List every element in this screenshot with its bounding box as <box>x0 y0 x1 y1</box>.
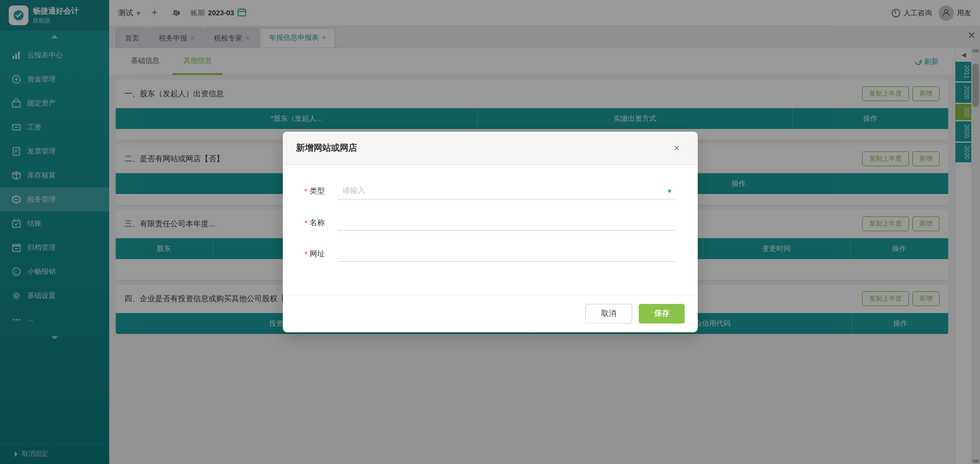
type-placeholder: 请输入 <box>342 186 365 196</box>
add-website-dialog: 新增网站或网店 × * 类型 请输入 ▾ * 名称 * 网址 <box>283 132 698 332</box>
form-row-type: * 类型 请输入 ▾ <box>305 183 676 199</box>
name-input[interactable] <box>338 215 676 231</box>
dialog-header: 新增网站或网店 × <box>283 132 698 165</box>
form-row-name: * 名称 <box>305 215 676 231</box>
save-button[interactable]: 保存 <box>639 304 685 324</box>
type-select[interactable]: 请输入 ▾ <box>338 183 676 199</box>
type-dropdown-icon: ▾ <box>668 187 672 195</box>
dialog-overlay[interactable]: 新增网站或网店 × * 类型 请输入 ▾ * 名称 * 网址 <box>0 0 980 464</box>
name-required-star: * <box>305 219 307 227</box>
type-label: 类型 <box>310 186 331 196</box>
url-input[interactable] <box>338 246 676 262</box>
dialog-footer: 取消 保存 <box>283 295 698 332</box>
name-label: 名称 <box>310 218 331 228</box>
url-required-star: * <box>305 250 307 259</box>
type-required-star: * <box>305 187 307 196</box>
dialog-close-button[interactable]: × <box>669 140 685 156</box>
cancel-button[interactable]: 取消 <box>585 304 632 324</box>
dialog-title: 新增网站或网店 <box>296 143 357 154</box>
dialog-body: * 类型 请输入 ▾ * 名称 * 网址 <box>283 165 698 295</box>
form-row-url: * 网址 <box>305 246 676 262</box>
url-label: 网址 <box>310 249 331 259</box>
